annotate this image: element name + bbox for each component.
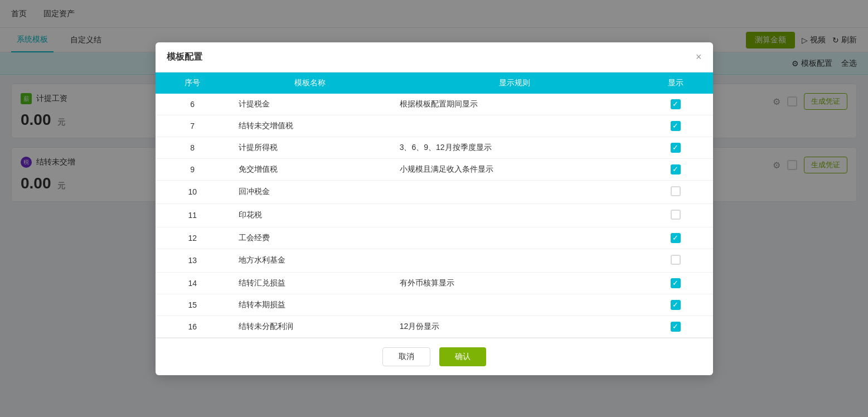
cell-rule: 小规模且满足收入条件显示 — [391, 158, 638, 180]
cell-name: 计提所得税 — [230, 137, 391, 158]
table-row: 8计提所得税3、6、9、12月按季度显示✓ — [156, 137, 713, 158]
cell-name: 结转未交增值税 — [230, 115, 391, 137]
cell-checkbox: ✓ — [638, 294, 712, 316]
table-row: 6计提税金根据模板配置期间显示✓ — [156, 94, 713, 115]
cell-index: 6 — [156, 94, 230, 115]
table-row: 12工会经费✓ — [156, 227, 713, 249]
table-row: 11印花税 — [156, 203, 713, 227]
cell-name: 免交增值税 — [230, 158, 391, 180]
col-index: 序号 — [156, 72, 230, 94]
cell-rule — [391, 115, 638, 137]
cell-rule — [391, 203, 638, 227]
cell-index: 14 — [156, 272, 230, 294]
cell-rule — [391, 249, 638, 272]
checkbox-checked[interactable]: ✓ — [671, 278, 681, 288]
cell-index: 15 — [156, 294, 230, 316]
cell-index: 12 — [156, 227, 230, 249]
checkbox-checked[interactable]: ✓ — [671, 99, 681, 109]
cell-name: 回冲税金 — [230, 180, 391, 203]
cell-checkbox: ✓ — [638, 316, 712, 337]
cell-checkbox — [638, 180, 712, 203]
cell-rule — [391, 294, 638, 316]
table-row: 16结转未分配利润12月份显示✓ — [156, 316, 713, 337]
checkbox-unchecked[interactable] — [671, 210, 681, 220]
cell-name: 结转汇兑损益 — [230, 272, 391, 294]
cell-name: 印花税 — [230, 203, 391, 227]
table-row: 10回冲税金 — [156, 180, 713, 203]
cell-index: 9 — [156, 158, 230, 180]
cell-index: 13 — [156, 249, 230, 272]
checkbox-checked[interactable]: ✓ — [671, 233, 681, 243]
checkbox-checked[interactable]: ✓ — [671, 121, 681, 131]
checkbox-unchecked[interactable] — [671, 255, 681, 265]
modal-footer: 取消 确认 — [156, 338, 713, 375]
checkbox-checked[interactable]: ✓ — [671, 164, 681, 174]
cell-index: 10 — [156, 180, 230, 203]
cell-index: 16 — [156, 316, 230, 337]
cell-rule: 有外币核算显示 — [391, 272, 638, 294]
modal-template-config: 模板配置 × 序号 模板名称 显示规则 显示 6计提税金根据模板配置期间显示✓7… — [156, 42, 713, 375]
cell-name: 结转本期损益 — [230, 294, 391, 316]
modal-title: 模板配置 — [167, 51, 202, 63]
cell-checkbox: ✓ — [638, 158, 712, 180]
cell-name: 工会经费 — [230, 227, 391, 249]
config-table: 序号 模板名称 显示规则 显示 6计提税金根据模板配置期间显示✓7结转未交增值税… — [156, 72, 713, 338]
cell-rule: 根据模板配置期间显示 — [391, 94, 638, 115]
table-header: 序号 模板名称 显示规则 显示 — [156, 72, 713, 94]
cell-rule: 3、6、9、12月按季度显示 — [391, 137, 638, 158]
checkbox-checked[interactable]: ✓ — [671, 143, 681, 153]
cell-checkbox: ✓ — [638, 94, 712, 115]
cell-checkbox — [638, 203, 712, 227]
col-name: 模板名称 — [230, 72, 391, 94]
cell-index: 7 — [156, 115, 230, 137]
cell-index: 11 — [156, 203, 230, 227]
checkbox-checked[interactable]: ✓ — [671, 322, 681, 332]
table-row: 13地方水利基金 — [156, 249, 713, 272]
cell-checkbox: ✓ — [638, 115, 712, 137]
cell-checkbox: ✓ — [638, 137, 712, 158]
col-rule: 显示规则 — [391, 72, 638, 94]
modal-close-button[interactable]: × — [696, 51, 702, 63]
modal-overlay: 模板配置 × 序号 模板名称 显示规则 显示 6计提税金根据模板配置期间显示✓7… — [0, 0, 868, 417]
cell-checkbox: ✓ — [638, 227, 712, 249]
cell-rule — [391, 227, 638, 249]
cell-rule: 12月份显示 — [391, 316, 638, 337]
table-row: 15结转本期损益✓ — [156, 294, 713, 316]
table-row: 9免交增值税小规模且满足收入条件显示✓ — [156, 158, 713, 180]
table-row: 7结转未交增值税✓ — [156, 115, 713, 137]
table-row: 14结转汇兑损益有外币核算显示✓ — [156, 272, 713, 294]
confirm-button[interactable]: 确认 — [439, 347, 486, 366]
modal-table-scroll: 序号 模板名称 显示规则 显示 6计提税金根据模板配置期间显示✓7结转未交增值税… — [156, 72, 713, 338]
cancel-button[interactable]: 取消 — [382, 347, 430, 366]
cell-name: 地方水利基金 — [230, 249, 391, 272]
cell-name: 结转未分配利润 — [230, 316, 391, 337]
modal-header: 模板配置 × — [156, 42, 713, 72]
cell-name: 计提税金 — [230, 94, 391, 115]
cell-checkbox — [638, 249, 712, 272]
cell-index: 8 — [156, 137, 230, 158]
col-display: 显示 — [638, 72, 712, 94]
cell-checkbox: ✓ — [638, 272, 712, 294]
checkbox-checked[interactable]: ✓ — [671, 300, 681, 310]
table-body: 6计提税金根据模板配置期间显示✓7结转未交增值税✓8计提所得税3、6、9、12月… — [156, 94, 713, 338]
checkbox-unchecked[interactable] — [671, 186, 681, 196]
cell-rule — [391, 180, 638, 203]
